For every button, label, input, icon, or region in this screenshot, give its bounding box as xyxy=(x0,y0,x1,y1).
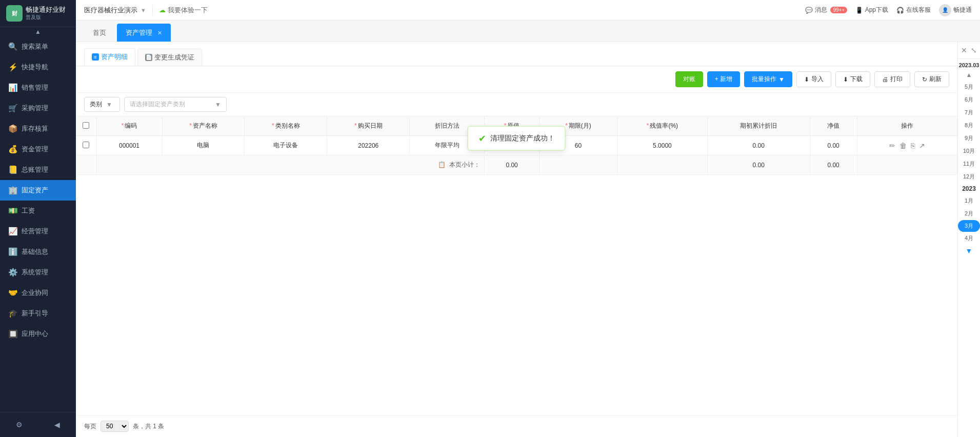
experience-label: 我要体验一下 xyxy=(168,6,208,15)
right-panel-expand-icon[interactable]: ⤡ xyxy=(970,45,978,55)
sidebar-item-inventory[interactable]: 📦 库存核算 xyxy=(0,118,76,139)
messages-label: 消息 xyxy=(815,6,827,14)
book-icon: 📒 xyxy=(8,165,17,174)
experience-button[interactable]: ☁ 我要体验一下 xyxy=(159,6,208,15)
rp-month-10[interactable]: 10月 xyxy=(958,145,980,157)
sidebar-item-system[interactable]: ⚙️ 系统管理 xyxy=(0,262,76,283)
tab-close-icon[interactable]: ✕ xyxy=(157,30,162,36)
rp-month-11[interactable]: 11月 xyxy=(958,157,980,170)
reconcile-button[interactable]: 对账 xyxy=(675,71,703,87)
right-panel-scroll-down-icon[interactable]: ▼ xyxy=(964,245,975,257)
asset-table-container: *编码 *资产名称 *类别名称 *购买日期 折旧方法 *原值 *期限(月) *残… xyxy=(76,116,957,415)
toolbar: 对账 + 新增 批量操作 ▼ ⬇ 导入 ⬇ 下载 xyxy=(76,66,957,93)
rp-month-4[interactable]: 4月 xyxy=(958,232,980,245)
success-toast: ✔ 清理固定资产成功！ xyxy=(468,126,566,150)
app-name: 畅捷通好业财 xyxy=(26,6,66,14)
sidebar-item-capital[interactable]: 💰 资金管理 xyxy=(0,139,76,160)
row-net-value: 0.00 xyxy=(810,136,857,155)
print-button[interactable]: 🖨 打印 xyxy=(874,71,910,87)
online-service-button[interactable]: 🎧 在线客服 xyxy=(896,6,931,14)
sidebar-item-guide[interactable]: 🎓 新手引导 xyxy=(0,303,76,324)
messages-button[interactable]: 💬 消息 99++ xyxy=(805,6,847,14)
success-message: 清理固定资产成功！ xyxy=(490,133,555,143)
new-button[interactable]: + 新增 xyxy=(707,71,740,87)
tab-home[interactable]: 首页 xyxy=(84,24,115,42)
refresh-button[interactable]: ↻ 刷新 xyxy=(914,71,949,87)
chart-icon: 📊 xyxy=(8,83,17,92)
sidebar-item-operations[interactable]: 📈 经营管理 xyxy=(0,221,76,242)
col-initial-accumulated: 期初累计折旧 xyxy=(707,116,810,136)
row-residual-rate: 5.0000 xyxy=(617,136,707,155)
right-panel-close-icon[interactable]: ✕ xyxy=(960,45,968,55)
user-menu[interactable]: 👤 畅捷通 xyxy=(939,4,972,16)
rp-month-8[interactable]: 8月 xyxy=(958,119,980,132)
subtotal-initial-accumulated: 0.00 xyxy=(707,155,810,175)
info-icon: ℹ️ xyxy=(8,247,17,256)
import-button[interactable]: ⬇ 导入 xyxy=(796,71,831,87)
right-panel-year-label: 2023.03 xyxy=(957,59,980,69)
category-value-dropdown[interactable]: 请选择固定资产类别 ▼ xyxy=(124,97,227,112)
row-code: 000001 xyxy=(96,136,162,155)
rp-month-6[interactable]: 6月 xyxy=(958,93,980,106)
company-name: 医疗器械行业演示 xyxy=(84,6,137,15)
category-type-select[interactable]: 类别 ▼ xyxy=(84,97,120,112)
sidebar-item-appcenter[interactable]: 🔲 应用中心 xyxy=(0,324,76,344)
service-icon: 🎧 xyxy=(896,7,904,14)
topbar-divider-1 xyxy=(152,5,153,15)
rp-month-2[interactable]: 2月 xyxy=(958,207,980,220)
download-button[interactable]: ⬇ 下载 xyxy=(835,71,870,87)
app-download-button[interactable]: 📱 App下载 xyxy=(855,6,888,14)
select-all-checkbox[interactable] xyxy=(83,122,89,129)
delete-icon[interactable]: 🗑 xyxy=(899,142,907,150)
row-category: 电子设备 xyxy=(245,136,327,155)
messages-badge: 99++ xyxy=(830,7,847,13)
company-selector[interactable]: 医疗器械行业演示 ▼ xyxy=(84,6,146,15)
sidebar-item-ledger[interactable]: 📒 总账管理 xyxy=(0,160,76,180)
rp-month-7[interactable]: 7月 xyxy=(958,106,980,119)
row-purchase-date: 202206 xyxy=(327,136,410,155)
sidebar-item-fixedasset[interactable]: 🏢 固定资产 xyxy=(0,180,76,201)
collapse-icon: ◀ xyxy=(54,421,60,429)
main-area: 医疗器械行业演示 ▼ ☁ 我要体验一下 💬 消息 99++ 📱 App下载 🎧 … xyxy=(76,0,980,437)
rp-month-12[interactable]: 12月 xyxy=(958,170,980,183)
download-icon: ⬇ xyxy=(843,76,848,83)
app-version: 普及版 xyxy=(26,14,66,21)
subtab-asset-detail[interactable]: ≡ 资产明细 xyxy=(84,48,135,66)
toolbar-actions: 对账 + 新增 批量操作 ▼ ⬇ 导入 ⬇ 下载 xyxy=(675,71,949,87)
per-page-select[interactable]: 50 10 20 100 xyxy=(101,421,129,432)
subtotal-net-value: 0.00 xyxy=(810,155,857,175)
row-initial-accumulated: 0.00 xyxy=(707,136,810,155)
sidebar-settings-button[interactable]: ⚙ xyxy=(0,416,38,433)
sidebar-item-sales[interactable]: 📊 销售管理 xyxy=(0,77,76,98)
sidebar-item-salary[interactable]: 💵 工资 xyxy=(0,201,76,221)
rp-month-1[interactable]: 1月 xyxy=(958,194,980,207)
user-name: 畅捷通 xyxy=(953,6,972,14)
batch-button[interactable]: 批量操作 ▼ xyxy=(744,71,792,87)
right-panel: ✕ ⤡ 2023.03 ▲ 5月 6月 7月 8月 9月 10月 11月 12月… xyxy=(957,42,980,437)
sidebar-collapse-button[interactable]: ◀ xyxy=(38,416,76,433)
sidebar-item-enterprise[interactable]: 🤝 企业协同 xyxy=(0,283,76,303)
app-download-label: App下载 xyxy=(865,6,888,14)
edit-icon[interactable]: ✏ xyxy=(889,142,895,150)
rp-month-9[interactable]: 9月 xyxy=(958,132,980,145)
box-icon: 📦 xyxy=(8,124,17,133)
sidebar-scroll-up[interactable]: ▲ xyxy=(0,27,76,36)
right-panel-up-icon[interactable]: ▲ xyxy=(964,69,974,81)
col-code: *编码 xyxy=(96,116,162,136)
rp-month-5[interactable]: 5月 xyxy=(958,81,980,93)
lightning-icon: ⚡ xyxy=(8,63,17,72)
sidebar-item-basicinfo[interactable]: ℹ️ 基础信息 xyxy=(0,242,76,262)
more-icon[interactable]: ↗ xyxy=(919,142,925,150)
col-name: *资产名称 xyxy=(162,116,245,136)
sidebar-item-search[interactable]: 🔍 搜索菜单 xyxy=(0,36,76,57)
sidebar-item-purchase[interactable]: 🛒 采购管理 xyxy=(0,98,76,118)
sidebar-item-quicknav[interactable]: ⚡ 快捷导航 xyxy=(0,57,76,77)
total-label: 条，共 1 条 xyxy=(133,422,164,431)
row-checkbox[interactable] xyxy=(83,142,89,148)
copy-icon[interactable]: ⎘ xyxy=(911,142,915,150)
asset-detail-tab-icon: ≡ xyxy=(92,53,99,61)
subtab-voucher-gen[interactable]: 📄 变更生成凭证 xyxy=(137,49,202,66)
rp-year-divider: 2023 xyxy=(962,183,976,194)
tab-asset-mgmt[interactable]: 资产管理 ✕ xyxy=(117,24,171,42)
rp-month-3[interactable]: 3月 xyxy=(958,220,980,232)
